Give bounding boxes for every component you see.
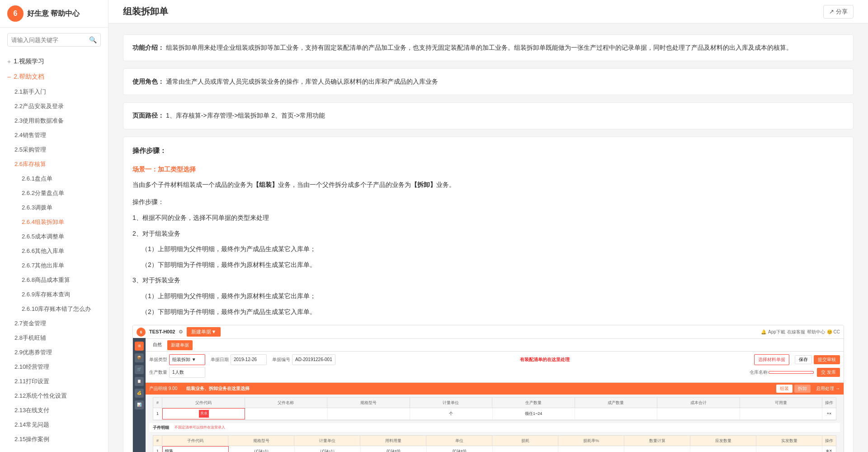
sim-date-input[interactable]: 2019-12-26 (231, 354, 267, 365)
sidebar-sub-faq[interactable]: 2.14常见问题 (0, 418, 108, 432)
sim-t2-r1-loss (493, 446, 559, 452)
step3-1-text: （1）上部明细为父件明细，最终作为原材料生成某它出库单； (132, 290, 844, 302)
sim-field-no: 单据编号 AD-20191226-001 (272, 354, 335, 365)
sim-center-icon: 帮助中心 (807, 328, 825, 336)
sidebar-sub-stock-query[interactable]: 2.6.9库存账本查询 (0, 287, 108, 302)
sidebar-sub-other-out[interactable]: 2.6.7其他出库单 (0, 258, 108, 273)
sim-th-parent-code: 父件代码 (162, 398, 245, 408)
sim-disassembly-btn[interactable]: 拆卸 (794, 385, 811, 393)
sidebar-sub-cost-adjust[interactable]: 2.6.5成本调整单 (0, 229, 108, 244)
sidebar-sub-stock-check[interactable]: 2.6.1盘点单 (0, 171, 108, 186)
share-button[interactable]: ↗ 分享 (823, 5, 854, 19)
sim-tab-new[interactable]: 新建单据 (167, 340, 193, 350)
sidebar-sub-data-prep[interactable]: 2.3使用前数据准备 (0, 114, 108, 128)
sim-assembly-label: 组装业务、拆卸业务在这里选择 (186, 385, 250, 393)
nav-section: + 1.视频学习 − 2.帮助文档 2.1新手入门 2.2产品安装及登录 2.3… (0, 52, 108, 448)
sim-qty-input[interactable]: 1人数 (169, 367, 205, 378)
sidebar-sub-split-check[interactable]: 2.6.2分量盘点单 (0, 186, 108, 200)
sim-type-selector: 产品明细 9.00 组装业务、拆卸业务在这里选择 组装 拆卸 启用处理 → (146, 383, 844, 395)
sim-t2-r1-num: 1 (153, 446, 162, 452)
sidebar-sub-goods-cost[interactable]: 2.6.8商品成本重算 (0, 273, 108, 287)
sim-layout: ⊞ 📦 🛒 📋 💰 📊 ⚙ (133, 339, 844, 452)
path-text: 1、库存核算->库存管理->组装拆卸单 2、首页->常用功能 (166, 112, 325, 119)
sidebar-item-docs[interactable]: − 2.帮助文档 (0, 69, 108, 85)
sim-t2-row1: 1 （C/4~1） （C/4~1） (C/4+0) (C/4+0) (153, 446, 836, 452)
sim-t2-r1-code-input[interactable] (165, 448, 226, 452)
sim-type-input[interactable]: 组装拆卸 ▼ (169, 354, 205, 365)
sim-no-input[interactable]: AD-20191226-001 (292, 354, 335, 365)
sim-table1-wrapper: # 父件代码 父件名称 规格型号 计量单位 生产数量 成产数量 成本合计 可用量 (149, 397, 840, 420)
step2-2-text: （2）下部明细为子件明细，最终作为原材料生成某它出库单。 (132, 259, 844, 271)
sidebar-sub-coupon[interactable]: 2.9优惠券管理 (0, 345, 108, 360)
search-input[interactable] (11, 37, 89, 43)
sim-t2-r1-code (162, 446, 229, 452)
sim-confirm-btn[interactable]: 交 发库 (817, 368, 840, 377)
sim-new-record-btn[interactable]: 新建单据▼ (187, 327, 221, 337)
sim-th-cost-total: 成本合计 (657, 398, 740, 408)
sim-type-toggle: 组装 拆卸 启用处理 → (776, 385, 840, 393)
sidebar-sub-online-pay[interactable]: 2.13在线支付 (0, 403, 108, 418)
sim-td-1-spec (328, 408, 410, 419)
path-block: 页面路径： 1、库存核算->库存管理->组装拆卸单 2、首页->常用功能 (123, 102, 854, 129)
sidebar-item-video[interactable]: + 1.视频学习 (0, 54, 108, 69)
sim-t2-th-ops: 操作 (822, 436, 836, 446)
sim-sidebar-purchase: 📋 (135, 377, 144, 386)
sim-no-label: 单据编号 (272, 356, 290, 364)
search-box[interactable]: 🔍 (7, 33, 101, 47)
sidebar-sub-ops[interactable]: 2.10经营管理 (0, 360, 108, 374)
sidebar-sub-inventory[interactable]: 2.6库存核算 (0, 157, 108, 171)
sidebar-sub-other-in[interactable]: 2.6.6其他入库单 (0, 244, 108, 258)
share-label: 分享 (836, 8, 848, 16)
step2-1-text: （1）上部明细为父件明细，最终作为产成品生成某它入库单； (132, 243, 844, 255)
sidebar-sub-adjust[interactable]: 2.6.3调拨单 (0, 200, 108, 215)
sim-sidebar-inventory: 📦 (135, 353, 144, 362)
scene1-title: 场景一：加工类型选择 (132, 164, 844, 175)
sim-field-date: 单据日期 2019-12-26 (211, 354, 267, 365)
sim-th-unit: 计量单位 (410, 398, 493, 408)
sidebar-sub-finance[interactable]: 2.7资金管理 (0, 316, 108, 331)
sim-t2-th-unit: 计量单位 (294, 436, 360, 446)
sim-t2-th-should-qty: 应发数量 (690, 436, 756, 446)
sidebar-sub-print[interactable]: 2.11打印设置 (0, 374, 108, 389)
sidebar-sub-purchase[interactable]: 2.5采购管理 (0, 143, 108, 157)
sidebar-sub-sales[interactable]: 2.4销售管理 (0, 128, 108, 143)
sidebar-sub-assemble[interactable]: 2.6.4组装拆卸单 (0, 215, 108, 229)
sim-btn-save[interactable]: 保存 (795, 355, 812, 364)
sim-t2-th-child-code: 子件代码 (162, 436, 228, 446)
search-icon[interactable]: 🔍 (89, 36, 97, 43)
sim-choose-material-btn[interactable]: 选择材料单据 (754, 354, 789, 365)
sim-t2-r1-unit2: (C/4+0) (427, 446, 493, 452)
sim-btn-submit[interactable]: 提交审核 (814, 355, 840, 364)
sim-t2-r1-usage: (C/4+0) (361, 446, 427, 452)
sim-gear-icon: ⚙ (179, 328, 183, 337)
sim-nav-bar: 自然 新建单据 (146, 339, 844, 352)
sidebar-sub-cases[interactable]: 2.15操作案例 (0, 432, 108, 447)
collapse-icon: − (7, 73, 11, 81)
sidebar-sub-install[interactable]: 2.2产品安装及登录 (0, 99, 108, 114)
sidebar-sub-mobile[interactable]: 2.8手机旺辅 (0, 331, 108, 345)
feature-intro-block: 功能介绍： 组装拆卸单用来处理企业组装或拆卸等加工业务，支持有固定装配清单的产品… (123, 34, 854, 61)
sim-sidebar-sales: 🛒 (135, 365, 144, 374)
sim-table2: # 子件代码 规格型号 计量单位 用料用量 单位 损耗 损耗率% 数量计算 (153, 435, 836, 452)
sim-td-1-ops: + × (822, 408, 836, 419)
sidebar-sub-account-err[interactable]: 2.6.10库存账本错了怎么办 (0, 302, 108, 316)
sidebar-sub-newbie[interactable]: 2.1新手入门 (0, 85, 108, 99)
step3-text: 3、对于拆装业务 (132, 274, 844, 286)
role-text: 通常由生产人员或库管人员完成拆装业务的操作，库管人员确认原材料的出库和产成品的入… (166, 78, 438, 85)
app-name: 好生意 帮助中心 (27, 9, 80, 19)
sim-tab-home[interactable]: 自然 (149, 339, 165, 351)
sim-row-del-icon[interactable]: × (829, 410, 831, 417)
sim-t2-r1-spec: （C/4~1） (229, 446, 295, 452)
sim-topbar: 6 TEST-H002 ⚙ 新建单据▼ 🔔 App下載 在線客服 帮助中心 😊 … (133, 325, 844, 339)
sim-t2-r1-qty-calc (624, 446, 690, 452)
sim-type-label: 单据类型 (149, 356, 167, 364)
sim-table1-row1: 1 关水 个 领任1~24 (153, 408, 836, 419)
sim-enable-label: 启用处理 → (816, 385, 840, 393)
sim-assembly-btn[interactable]: 组装 (776, 385, 793, 393)
steps-intro-text: 操作步骤： (132, 196, 844, 208)
sim-warehouse-field: 仓库名称 交 发库 (750, 368, 840, 377)
sim-t2-r1-del-icon[interactable]: ✕ (829, 448, 832, 452)
sim-warehouse-input[interactable] (769, 371, 814, 374)
sim-t2-r1-copy-icon[interactable]: ⊕ (826, 448, 829, 452)
sidebar-sub-personal[interactable]: 2.12系统个性化设置 (0, 389, 108, 403)
